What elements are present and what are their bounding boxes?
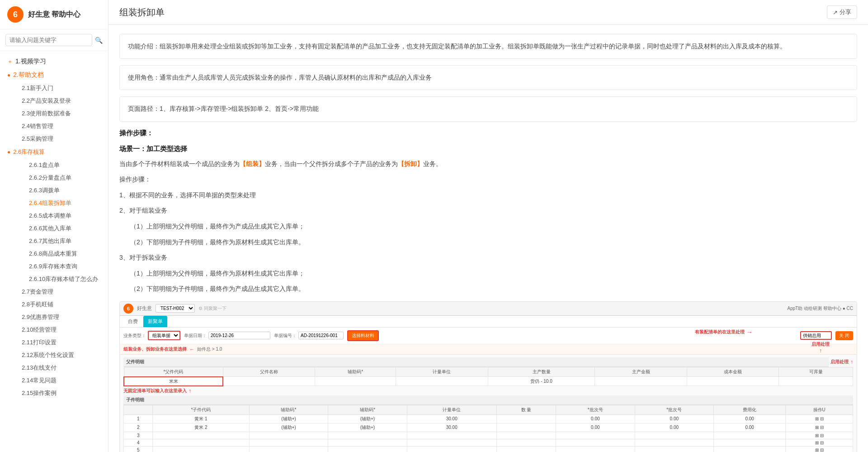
- sidebar-header: 6 好生意 帮助中心: [0, 0, 108, 29]
- sidebar-item-ledger-fix[interactable]: 2.6.10库存账本错了怎么办: [14, 273, 108, 285]
- sidebar-item-transfer[interactable]: 2.6.3调拨单: [14, 184, 108, 197]
- mock-child-b2-2: 0.00: [635, 423, 713, 432]
- mock-parent-header: 父件明细: [123, 357, 829, 367]
- search-button[interactable]: 🔍: [95, 37, 103, 44]
- sidebar-item-other-out[interactable]: 2.6.7其他出库单: [14, 235, 108, 247]
- mock-tab-new[interactable]: 新聚单: [143, 316, 167, 327]
- mock-tabs: 自费 新聚单: [120, 316, 857, 328]
- mock-th-qty: 主产数量: [488, 367, 595, 377]
- share-label: 分享: [840, 8, 851, 16]
- mock-parent-amount: [595, 377, 687, 386]
- mock-child-b1-2: 0.00: [556, 423, 635, 432]
- mock-child-name-2: 黄米 2: [153, 423, 249, 432]
- sidebar-item-cases[interactable]: 2.15操作案例: [7, 387, 108, 400]
- sidebar-section-label: 1.视频学习: [15, 57, 46, 66]
- mock-child-qty-1: [496, 414, 556, 423]
- mock-parent-row-1: 米米 货仍 - 10.0: [124, 377, 853, 386]
- sidebar-item-other-in[interactable]: 2.6.6其他入库单: [14, 222, 108, 235]
- sidebar-item-mobile[interactable]: 2.8手机旺铺: [7, 298, 108, 311]
- mock-child-op-2[interactable]: ⊞ ⊟: [786, 423, 853, 432]
- mock-biz-input[interactable]: [800, 331, 832, 340]
- sidebar-docs-children: 2.1新手入门 2.2产品安装及登录 2.3使用前数据准备 2.4销售管理 2.…: [0, 82, 108, 400]
- screenshot-container: 6 好生意 TEST-H002 ⚙ 同聚聚一下 AppT助 动给研测 帮助中心 …: [119, 301, 857, 452]
- mock-child-th-batch1: *批次号: [556, 405, 635, 414]
- step2-1-text: （1）上部明细为父件明细，最终作为产成品生成其它入库单；: [119, 220, 857, 233]
- mock-annotation4-area: 启用处理 ↑: [830, 359, 853, 365]
- mock-confirm-btn[interactable]: 关 闭: [835, 331, 853, 340]
- sidebar-item-finance[interactable]: 2.7资金管理: [7, 285, 108, 298]
- mock-child-row-5: 5⊞ ⊟: [124, 446, 853, 452]
- sidebar-item-sales[interactable]: 2.4销售管理: [7, 120, 108, 133]
- sidebar-item-ledger-query[interactable]: 2.6.9库存账本查询: [14, 260, 108, 273]
- mock-annotation1-area: 有装配清单的在这里处理 →: [695, 328, 753, 336]
- mock-parent-cost: [687, 377, 778, 386]
- sidebar-item-docs[interactable]: ● 2.帮助文档: [0, 68, 108, 82]
- sidebar-item-system[interactable]: 2.12系统个性化设置: [7, 349, 108, 362]
- mock-arrow1: →: [746, 328, 753, 336]
- mock-number-input[interactable]: [298, 332, 344, 339]
- mock-child-aux2-2: (辅助+): [328, 423, 407, 432]
- mock-child-th-cost: 费用化: [714, 405, 786, 414]
- mock-annotation1: 有装配清单的在这里处理: [695, 329, 745, 335]
- mock-date-label: 单据日期：: [184, 333, 207, 339]
- mock-child-th-code: *子件代码: [153, 405, 249, 414]
- step2-2-text: （2）下部明细为子件明细，最终作为原材料生成其它出库单。: [119, 236, 857, 248]
- mock-type-select[interactable]: 组装单据: [148, 331, 180, 340]
- expand-icon: ＋: [7, 58, 13, 66]
- sidebar-item-purchase[interactable]: 2.5采购管理: [7, 133, 108, 145]
- mock-child-row-1: 1 黄米 1 (辅助+) (辅助+) 30.00 0.00 0.00 0.00 …: [124, 414, 853, 423]
- sidebar-item-newbie[interactable]: 2.1新手入门: [7, 82, 108, 95]
- sidebar-item-assembly[interactable]: 2.6.4组装拆卸单: [14, 197, 108, 209]
- mock-screen: 6 好生意 TEST-H002 ⚙ 同聚聚一下 AppT助 动给研测 帮助中心 …: [120, 302, 857, 452]
- collapse-icon-inventory: ●: [7, 149, 10, 155]
- mock-child-th-op: 操作U: [786, 405, 853, 414]
- mock-sub-arrow: ←: [189, 347, 194, 352]
- mock-child-row-3: 3⊞ ⊟: [124, 432, 853, 439]
- sidebar-item-data-prep[interactable]: 2.3使用前数据准备: [7, 107, 108, 120]
- mock-annotation4: 启用处理: [830, 359, 849, 365]
- step3-2-text: （2）下部明细为子件明细，最终作为产成品生成其它入库单。: [119, 283, 857, 295]
- sidebar-item-video[interactable]: ＋ 1.视频学习: [0, 55, 108, 68]
- intro-block: 功能介绍：组装拆卸单用来处理企业组装或拆卸等加工业务，支持有固定装配清单的产品加…: [119, 34, 857, 59]
- mock-date-input[interactable]: [208, 332, 270, 339]
- mock-child-th-aux1: 辅助码*: [249, 405, 328, 414]
- mock-parent-section-header: 父件明细 启用处理 ↑: [123, 357, 853, 367]
- mock-th-unit: 计量单位: [396, 367, 488, 377]
- collapse-icon: ●: [7, 72, 10, 78]
- sidebar-item-payment[interactable]: 2.13在线支付: [7, 362, 108, 374]
- mock-select-material-btn[interactable]: 选择料材料: [347, 330, 379, 341]
- sidebar-item-faq[interactable]: 2.14常见问题: [7, 374, 108, 387]
- search-input[interactable]: [5, 34, 92, 46]
- path-block: 页面路径：1、库存核算->库存管理->组装拆卸单 2、首页->常用功能: [119, 96, 857, 121]
- mock-company-select[interactable]: TEST-H002: [156, 304, 195, 313]
- sidebar-item-print[interactable]: 2.11打印设置: [7, 336, 108, 349]
- mock-child-op-1[interactable]: ⊞ ⊟: [786, 414, 853, 423]
- mock-tab-self[interactable]: 自费: [123, 316, 142, 327]
- mock-parent-table-header-row: *父件代码 父件名称 辅助码* 计量单位 主产数量 主产金额 成本金额 可库量: [124, 367, 853, 377]
- mock-th-code: *父件代码: [124, 367, 223, 377]
- sidebar-item-coupon[interactable]: 2.9优惠券管理: [7, 311, 108, 324]
- sidebar-item-partial-stocktake[interactable]: 2.6.2分量盘点单: [14, 171, 108, 184]
- mock-child-name-1: 黄米 1: [153, 414, 249, 423]
- sidebar-inventory-label: 2.6库存核算: [13, 148, 45, 156]
- mock-date-field: 单据日期：: [184, 332, 270, 339]
- share-icon: ↗: [833, 9, 838, 16]
- mock-child-b2-1: 0.00: [635, 414, 713, 423]
- page-title: 组装拆卸单: [119, 6, 165, 19]
- mock-child-row-2: 2 黄米 2 (辅助+) (辅助+) 30.00 0.00 0.00 0.00 …: [124, 423, 853, 432]
- sidebar-item-install[interactable]: 2.2产品安装及登录: [7, 95, 108, 107]
- mock-child-qty-2: [496, 423, 556, 432]
- mock-topbar: 6 好生意 TEST-H002 ⚙ 同聚聚一下 AppT助 动给研测 帮助中心 …: [120, 302, 857, 316]
- role-block: 使用角色：通常由生产人员或库管人员完成拆装业务的操作，库管人员确认原材料的出库和…: [119, 65, 857, 90]
- mock-child-unit-2: 30.00: [407, 423, 496, 432]
- sidebar-item-inventory[interactable]: ● 2.6库存核算: [7, 145, 108, 159]
- share-button[interactable]: ↗ 分享: [827, 5, 857, 19]
- mock-child-seq-2: 2: [124, 423, 153, 432]
- sidebar-item-operations[interactable]: 2.10经营管理: [7, 324, 108, 336]
- sidebar-item-cost-adjust[interactable]: 2.6.5成本调整单: [14, 209, 108, 222]
- sidebar-item-cost-recalc[interactable]: 2.6.8商品成本重算: [14, 247, 108, 260]
- mock-number-field: 单据编号：: [274, 332, 344, 339]
- sidebar-item-stocktake[interactable]: 2.6.1盘点单: [14, 159, 108, 171]
- mock-parent-qty: 货仍 - 10.0: [488, 377, 595, 386]
- mock-confirm-label: 关 闭: [839, 333, 849, 338]
